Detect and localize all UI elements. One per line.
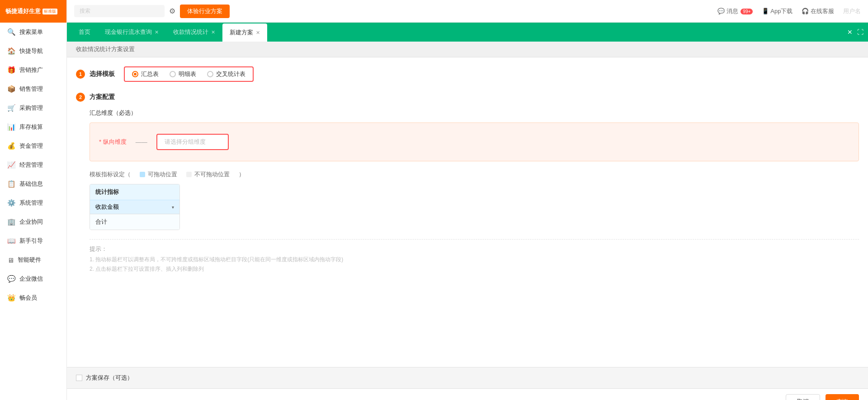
draggable-label: 可拖动位置	[148, 170, 177, 179]
sidebar-item-hardware[interactable]: 🖥 智能硬件	[0, 250, 66, 269]
sidebar-item-label: 系统管理	[19, 199, 43, 207]
tab-new-plan[interactable]: 新建方案 ✕	[222, 24, 267, 42]
money-icon: 💰	[7, 142, 16, 150]
expand-icon[interactable]: ⛶	[857, 28, 863, 36]
step1-title: 选择模板	[90, 70, 115, 78]
sidebar-item-label: 资金管理	[19, 142, 43, 150]
radio-cross[interactable]: 交叉统计表	[207, 70, 245, 78]
sidebar-item-weichat[interactable]: 💬 企业微信	[0, 269, 66, 288]
step2-header: 2 方案配置	[76, 93, 859, 102]
gear-icon[interactable]: ⚙	[169, 7, 175, 15]
tab-bank-flow-label: 现金银行流水查询	[105, 28, 152, 36]
sidebar-item-operations[interactable]: 📈 经营管理	[0, 155, 66, 174]
home-icon: 🏠	[7, 47, 16, 55]
sidebar-item-label: 企业协同	[19, 218, 43, 226]
close-window-icon[interactable]: ✕	[847, 28, 853, 36]
tab-home[interactable]: 首页	[71, 23, 98, 42]
sidebar-item-label: 企业微信	[19, 275, 43, 283]
legend-fixed: 不可拖动位置	[186, 170, 230, 179]
radio-summary[interactable]: 汇总表	[132, 70, 159, 78]
tab-collection-stats-label: 收款情况统计	[173, 28, 208, 36]
sidebar-item-quick-nav[interactable]: 🏠 快捷导航	[0, 42, 66, 61]
building-icon: 🏢	[7, 218, 16, 226]
tips-item-2: 2. 点击标题栏下拉可设置排序、插入列和删除列	[90, 265, 859, 273]
step2-title: 方案配置	[90, 93, 115, 101]
trending-icon: 📈	[7, 161, 16, 169]
fixed-indicator	[186, 172, 192, 177]
save-section: 方案保存（可选）	[67, 367, 868, 388]
sidebar-item-search-menu[interactable]: 🔍 搜索菜单	[0, 23, 66, 42]
dimension-area: 纵向维度 —— 请选择分组维度	[90, 122, 859, 161]
message-area[interactable]: 💬 消息 99+	[717, 7, 753, 15]
trial-button[interactable]: 体验行业方案	[180, 5, 230, 18]
sidebar-item-purchase[interactable]: 🛒 采购管理	[0, 99, 66, 118]
dimension-select[interactable]: 请选择分组维度	[156, 134, 229, 150]
cart-icon: 🛒	[7, 104, 16, 112]
sidebar-item-sales[interactable]: 📦 销售管理	[0, 80, 66, 99]
radio-cross-circle	[207, 71, 213, 77]
step1-section: 1 选择模板 汇总表 明细表	[76, 66, 859, 82]
sidebar-item-finance[interactable]: 💰 资金管理	[0, 136, 66, 155]
cancel-button[interactable]: 取消	[786, 394, 820, 400]
download-icon: 📱	[762, 8, 769, 14]
metrics-title-suffix: ）	[239, 170, 245, 179]
step1-badge: 1	[76, 70, 85, 79]
sidebar-item-enterprise[interactable]: 🏢 企业协同	[0, 212, 66, 231]
metrics-column-header[interactable]: 收款金额 ▾	[90, 200, 179, 214]
monitor-icon: 🖥	[7, 256, 14, 264]
radio-summary-circle	[132, 71, 138, 77]
radio-detail[interactable]: 明细表	[170, 70, 196, 78]
crown-icon: 👑	[7, 294, 16, 302]
package-icon: 📦	[7, 85, 16, 93]
tab-new-plan-label: 新建方案	[230, 28, 253, 37]
tab-bank-flow-close[interactable]: ✕	[155, 29, 159, 35]
sidebar-item-system[interactable]: ⚙️ 系统管理	[0, 193, 66, 212]
sidebar-item-label: 快捷导航	[19, 47, 43, 55]
tab-collection-close[interactable]: ✕	[211, 29, 215, 35]
sidebar-item-marketing[interactable]: 🎁 营销推广	[0, 61, 66, 80]
sidebar-item-inventory[interactable]: 📊 库存核算	[0, 118, 66, 136]
page-body: 1 选择模板 汇总表 明细表	[67, 57, 868, 367]
tab-home-label: 首页	[79, 28, 90, 36]
fixed-label: 不可拖动位置	[194, 170, 230, 179]
step1-header: 1 选择模板 汇总表 明细表	[76, 66, 859, 82]
tips-title: 提示：	[90, 245, 859, 253]
step2-section: 2 方案配置 汇总维度（必选） 纵向维度 ——	[76, 93, 859, 280]
metrics-row-cell: 合计	[90, 214, 179, 230]
query-button[interactable]: 查询	[826, 394, 859, 400]
tab-new-plan-close[interactable]: ✕	[256, 30, 260, 36]
tab-bank-flow[interactable]: 现金银行流水查询 ✕	[98, 23, 166, 42]
sidebar-item-member[interactable]: 👑 畅会员	[0, 288, 66, 307]
top-bar-left: 搜索 ⚙ 体验行业方案	[74, 5, 230, 18]
save-checkbox[interactable]	[76, 375, 82, 381]
download-area[interactable]: 📱 App下载	[762, 7, 793, 15]
draggable-indicator	[140, 172, 145, 177]
top-bar-right: 💬 消息 99+ 📱 App下载 🎧 在线客服 用户名	[717, 7, 861, 15]
dimension-row: 纵向维度 —— 请选择分组维度	[99, 134, 849, 150]
footer-bar: 取消 查询	[67, 388, 868, 400]
download-label: App下载	[770, 8, 793, 14]
tab-collection-stats[interactable]: 收款情况统计 ✕	[166, 23, 222, 42]
app-logo: 畅捷通好生意 标准版	[0, 0, 66, 23]
tips-item-1: 1. 拖动标题栏可以调整布局，不可跨维度或指标区域拖动栏目字段(只能在同一维度或…	[90, 256, 859, 264]
sidebar-item-basic-info[interactable]: 📋 基础信息	[0, 174, 66, 193]
step2-content: 汇总维度（必选） 纵向维度 —— 请选择分组维度	[76, 109, 859, 280]
message-badge: 99+	[741, 9, 753, 14]
search-bar: 搜索	[74, 5, 165, 17]
sidebar-item-guide[interactable]: 📖 新手引导	[0, 231, 66, 250]
legend-draggable: 可拖动位置	[140, 170, 177, 179]
settings-icon: ⚙️	[7, 199, 16, 207]
main-area: 搜索 ⚙ 体验行业方案 💬 消息 99+ 📱 App下载 🎧 在线客服	[67, 0, 868, 400]
service-area[interactable]: 🎧 在线客服	[802, 7, 834, 15]
radio-summary-label: 汇总表	[141, 70, 159, 78]
gift-icon: 🎁	[7, 66, 16, 74]
metrics-stats-header: 统计指标	[90, 184, 179, 200]
dimension-title: 汇总维度（必选）	[90, 109, 859, 117]
tab-bar: 首页 现金银行流水查询 ✕ 收款情况统计 ✕ 新建方案 ✕ ✕ ⛶	[67, 23, 868, 42]
message-icon: 💬	[717, 8, 725, 14]
metrics-header: 模板指标设定（ 可拖动位置 不可拖动位置 ）	[90, 170, 859, 179]
sidebar: 畅捷通好生意 标准版 🔍 搜索菜单 🏠 快捷导航 🎁 营销推广 📦 销售管理 🛒…	[0, 0, 67, 400]
user-name[interactable]: 用户名	[843, 7, 861, 15]
sidebar-item-label: 智能硬件	[18, 256, 41, 264]
sidebar-item-label: 销售管理	[19, 85, 43, 93]
